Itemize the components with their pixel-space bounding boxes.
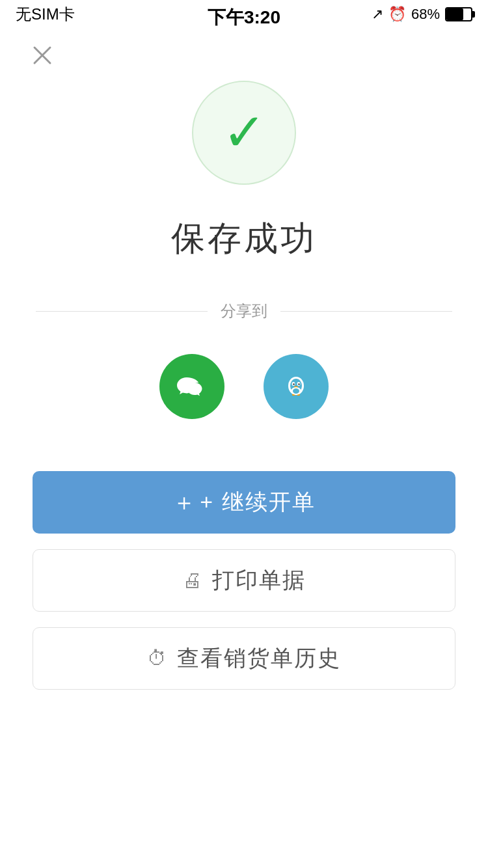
clock-icon: ⏱ bbox=[147, 647, 168, 670]
qq-share-button[interactable] bbox=[264, 354, 329, 419]
print-label: 打印单据 bbox=[212, 565, 306, 595]
carrier-wifi: 无SIM卡 bbox=[16, 4, 80, 25]
status-bar: 无SIM卡 下午3:20 ↗ ⏰ 68% bbox=[0, 0, 488, 29]
battery-percent: 68% bbox=[411, 6, 440, 23]
carrier-label: 无SIM卡 bbox=[16, 4, 75, 25]
time-label: 下午3:20 bbox=[208, 5, 280, 30]
print-button[interactable]: 🖨 打印单据 bbox=[33, 549, 455, 612]
wechat-share-button[interactable] bbox=[159, 354, 224, 419]
plus-icon: ＋ bbox=[172, 487, 197, 519]
continue-order-button[interactable]: ＋ + 继续开单 bbox=[33, 471, 455, 534]
history-label: 查看销货单历史 bbox=[177, 644, 341, 673]
history-button[interactable]: ⏱ 查看销货单历史 bbox=[33, 627, 455, 690]
checkmark-icon: ✓ bbox=[223, 107, 266, 159]
battery-icon bbox=[445, 7, 472, 21]
divider-right bbox=[280, 311, 452, 312]
share-icons bbox=[159, 354, 329, 419]
close-button[interactable] bbox=[26, 39, 59, 72]
svg-point-8 bbox=[298, 383, 299, 385]
share-label: 分享到 bbox=[221, 301, 267, 321]
main-content: ✓ 保存成功 分享到 bbox=[0, 29, 488, 690]
success-circle: ✓ bbox=[192, 81, 296, 185]
svg-point-13 bbox=[293, 388, 299, 394]
success-title: 保存成功 bbox=[171, 216, 317, 262]
alarm-icon: ⏰ bbox=[388, 6, 406, 23]
action-buttons: ＋ + 继续开单 🖨 打印单据 ⏱ 查看销货单历史 bbox=[33, 471, 455, 690]
share-divider: 分享到 bbox=[36, 301, 452, 321]
status-right: ↗ ⏰ 68% bbox=[372, 6, 472, 23]
divider-left bbox=[36, 311, 208, 312]
svg-point-7 bbox=[293, 383, 294, 385]
print-icon: 🖨 bbox=[182, 569, 203, 591]
continue-order-label: + 继续开单 bbox=[200, 487, 315, 517]
location-icon: ↗ bbox=[372, 6, 383, 23]
